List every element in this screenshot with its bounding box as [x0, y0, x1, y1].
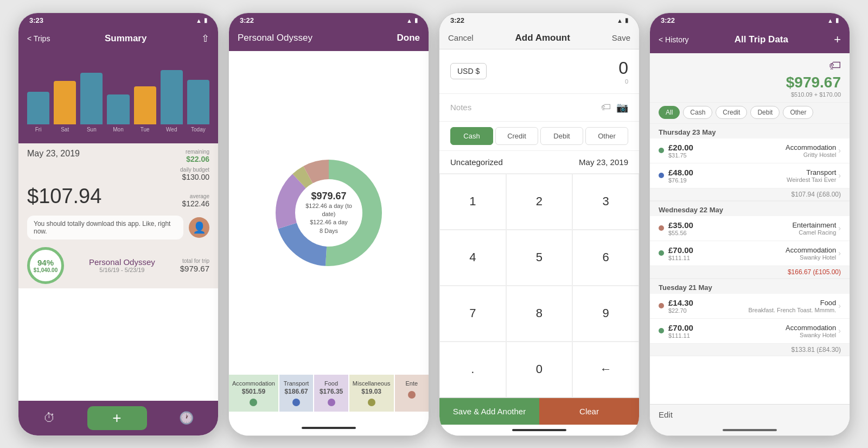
donut-area: $979.67 $122.46 a day (to date) $122.46 …	[229, 51, 429, 375]
amounts: £70.00 $111.11	[668, 245, 693, 261]
entry-right: Food Breakfast. French Toast. Mmmm. ›	[749, 299, 841, 313]
add-button[interactable]: +	[87, 406, 147, 430]
clear-button[interactable]: Clear	[539, 398, 639, 425]
total-sub: $510.09 + $170.00	[659, 91, 841, 98]
payment-type-button[interactable]: Debit	[540, 127, 583, 145]
entries-list: Thursday 23 May £20.00 $31.75 Accommodat…	[650, 123, 850, 404]
entry-right: Entertainment Camel Racing ›	[792, 221, 841, 236]
trip-total: total for trip $979.67	[180, 258, 209, 273]
camera-icon[interactable]: 📷	[616, 102, 628, 113]
chart-bar-group: Today	[187, 80, 209, 132]
clock-icon[interactable]: 🕐	[179, 411, 194, 425]
table-row[interactable]: £70.00 $111.11 Accommodation Swanky Hote…	[650, 319, 850, 344]
bar-label: Sat	[61, 127, 69, 132]
legend-name: Accommodation	[232, 380, 275, 387]
trip-circle-amount: $1,040.00	[34, 267, 58, 273]
category-selector[interactable]: Uncategorized	[450, 157, 503, 167]
screen2-header: Personal Odyssey Done	[229, 28, 429, 51]
chevron-right-icon: ›	[838, 146, 841, 155]
legend-dot	[408, 391, 416, 399]
payment-type-button[interactable]: Other	[585, 127, 628, 145]
table-row[interactable]: £70.00 $111.11 Accommodation Swanky Hote…	[650, 241, 850, 266]
filter-button[interactable]: Debit	[750, 106, 780, 119]
sub-name: Weirdest Taxi Ever	[787, 176, 836, 183]
numpad-key[interactable]: 6	[572, 230, 639, 286]
date-selector[interactable]: May 23, 2019	[579, 157, 628, 167]
numpad-key[interactable]: 8	[506, 286, 573, 342]
numpad-key[interactable]: 4	[439, 230, 506, 286]
average-label: average	[182, 193, 209, 199]
entry-left: £20.00 $31.75	[659, 143, 693, 159]
amount-row: USD $ 0 0	[439, 49, 639, 94]
notes-row: Notes 🏷 📷	[439, 94, 639, 122]
save-button[interactable]: Save	[612, 33, 630, 42]
entry-right: Accommodation Gritty Hostel ›	[786, 143, 841, 158]
category-dot	[659, 173, 664, 178]
edit-bar[interactable]: Edit	[650, 404, 850, 425]
legend-item: Transport $186.67	[279, 375, 313, 412]
screen2-time: 3:22	[240, 16, 254, 24]
legend-value: $186.67	[284, 388, 308, 395]
numpad-key[interactable]: 5	[506, 230, 573, 286]
entry-left: £14.30 $22.70	[659, 298, 693, 314]
chart-bar-group: Mon	[107, 94, 129, 132]
summary-title: Summary	[105, 33, 146, 44]
chevron-right-icon: ›	[838, 171, 841, 180]
section-header: Tuesday 21 May	[650, 279, 850, 294]
tag-icon[interactable]: 🏷	[601, 102, 611, 113]
numpad-key[interactable]: 9	[572, 286, 639, 342]
notes-placeholder[interactable]: Notes	[450, 103, 471, 112]
payment-type-button[interactable]: Cash	[450, 127, 493, 145]
edit-label[interactable]: Edit	[659, 410, 673, 419]
numpad-key[interactable]: 0	[506, 342, 573, 397]
remaining-value: $22.06	[186, 155, 209, 163]
usd-amount: $22.70	[668, 307, 693, 314]
numpad-key[interactable]: 2	[506, 174, 573, 230]
numpad-key[interactable]: .	[439, 342, 506, 397]
bar-label: Tue	[141, 127, 150, 132]
filter-button[interactable]: Other	[783, 106, 813, 119]
sub-name: Camel Racing	[792, 229, 836, 236]
legend-name: Ente	[405, 380, 418, 387]
numpad-key[interactable]: 1	[439, 174, 506, 230]
currency-field[interactable]: USD $	[450, 66, 487, 76]
numpad-key[interactable]: ←	[572, 342, 639, 397]
add-entry-button[interactable]: +	[834, 33, 841, 47]
numpad-key[interactable]: 3	[572, 174, 639, 230]
share-icon[interactable]: ⇧	[201, 33, 209, 45]
table-row[interactable]: £35.00 $55.56 Entertainment Camel Racing…	[650, 216, 850, 241]
gbp-amount: £35.00	[668, 220, 693, 230]
numpad-key[interactable]: 7	[439, 286, 506, 342]
history-back-button[interactable]: < History	[659, 35, 689, 44]
table-row[interactable]: £48.00 $76.19 Transport Weirdest Taxi Ev…	[650, 163, 850, 188]
screen1-phone: 3:23 ▲ ▮ < Trips Summary ⇧ FriSatSunMonT…	[18, 12, 219, 436]
trip-row: 94% $1,040.00 Personal Odyssey 5/16/19 -…	[18, 244, 218, 288]
category-info: Transport Weirdest Taxi Ever	[787, 168, 836, 183]
filter-row: AllCashCreditDebitOther	[650, 103, 850, 123]
screen1-header: < Trips Summary ⇧	[18, 28, 218, 51]
save-add-another-button[interactable]: Save & Add Another	[439, 398, 539, 425]
table-row[interactable]: £14.30 $22.70 Food Breakfast. French Toa…	[650, 294, 850, 319]
timer-icon[interactable]: ⏱	[43, 411, 55, 425]
total-row: $107.94 average $122.46	[18, 185, 218, 211]
category-name: Entertainment	[792, 221, 836, 229]
filter-button[interactable]: All	[659, 106, 680, 119]
amounts: £20.00 $31.75	[668, 143, 693, 159]
cancel-button[interactable]: Cancel	[448, 33, 474, 42]
bar-label: Today	[191, 127, 206, 132]
trip-total-label: total for trip	[180, 258, 209, 264]
legend-value: $501.59	[242, 388, 265, 395]
back-trips-button[interactable]: < Trips	[27, 34, 50, 43]
payment-type-button[interactable]: Credit	[495, 127, 538, 145]
table-row[interactable]: £20.00 $31.75 Accommodation Gritty Hoste…	[650, 138, 850, 163]
screen2-status-bar: 3:22 ▲ ▮	[229, 13, 429, 28]
legend-item: Food $176.35	[314, 375, 348, 412]
chart-bar	[134, 86, 156, 124]
done-button[interactable]: Done	[397, 33, 420, 43]
screen4-title: All Trip Data	[735, 34, 788, 45]
filter-button[interactable]: Cash	[683, 106, 712, 119]
battery-icon2: ▮	[414, 17, 418, 24]
filter-button[interactable]: Credit	[716, 106, 747, 119]
usd-amount: $31.75	[668, 152, 693, 159]
usd-amount: $55.56	[668, 230, 693, 236]
